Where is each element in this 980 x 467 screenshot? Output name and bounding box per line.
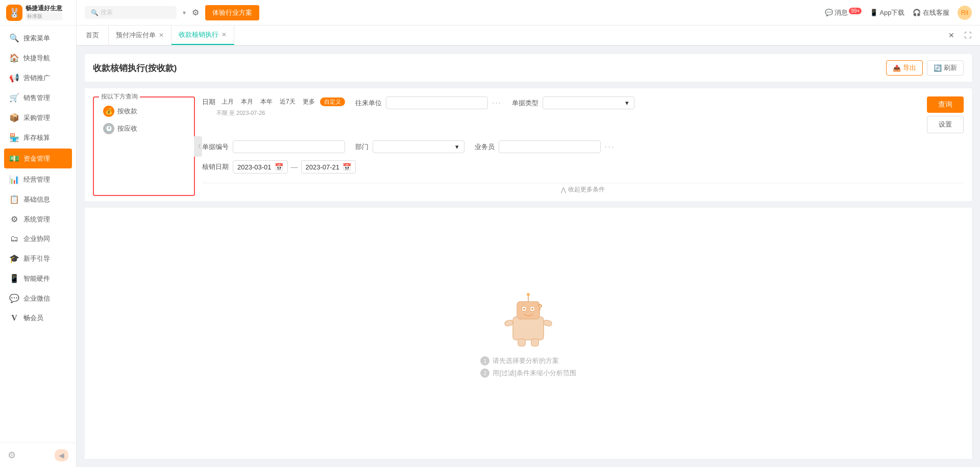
svg-rect-9 — [543, 319, 552, 327]
header-online-service[interactable]: 🎧 在线客服 — [913, 8, 949, 17]
sidebar-label-search: 搜索菜单 — [23, 34, 50, 43]
filter-row-1: 日期 上月 本月 本年 近7天 更多 自定义 不限 至 2023-07-26 — [202, 96, 964, 133]
refresh-button[interactable]: 🔄 刷新 — [927, 60, 964, 76]
calendar-start-icon: 📅 — [275, 163, 283, 171]
sidebar-item-nav[interactable]: 🏠 快捷导航 — [0, 48, 76, 68]
sidebar-item-vip[interactable]: V 畅会员 — [0, 308, 76, 328]
tab-prepay[interactable]: 预付冲应付单 ✕ — [109, 26, 172, 45]
setting-button[interactable]: 设置 — [927, 116, 964, 133]
header-search-placeholder: 搜索 — [101, 8, 113, 17]
partner-label: 往来单位 — [355, 99, 382, 108]
sidebar-item-operation[interactable]: 📊 经营管理 — [0, 169, 76, 189]
date-7days[interactable]: 近7天 — [278, 96, 298, 107]
user-avatar[interactable]: Rit — [958, 6, 972, 20]
industry-solution-button[interactable]: 体验行业方案 — [205, 5, 259, 20]
tab-home[interactable]: 首页 — [77, 26, 109, 45]
verify-date-end-value: 2023-07-21 — [306, 163, 340, 171]
header-gear-icon[interactable]: ⚙ — [192, 8, 199, 17]
partner-more-dots[interactable]: ··· — [492, 99, 502, 108]
content-area: 收款核销执行(按收款) 📤 导出 🔄 刷新 按以下方查询 💰 按收款 — [77, 46, 980, 467]
sidebar-item-sales[interactable]: 🛒 销售管理 — [0, 88, 76, 108]
sidebar-label-basic: 基础信息 — [23, 195, 50, 204]
sidebar-item-collab[interactable]: 🗂 企业协同 — [0, 229, 76, 249]
refresh-icon: 🔄 — [934, 64, 942, 72]
sidebar-item-marketing[interactable]: 📢 营销推广 — [0, 68, 76, 88]
receipt-option-icon: 💰 — [103, 106, 114, 117]
sidebar-item-system[interactable]: ⚙ 系统管理 — [0, 209, 76, 229]
sidebar-item-wechat[interactable]: 💬 企业微信 — [0, 288, 76, 308]
sidebar-item-inventory[interactable]: 🏪 库存核算 — [0, 128, 76, 148]
query-button[interactable]: 查询 — [927, 96, 964, 113]
partner-input[interactable] — [386, 96, 488, 109]
bill-type-select[interactable]: ▾ — [543, 96, 634, 109]
svg-rect-0 — [513, 317, 544, 340]
collab-icon: 🗂 — [9, 234, 19, 243]
empty-state: ? 1 请先选择要分析的方案 2 用[过滤]条件来缩小分析范围 — [85, 208, 972, 459]
header-app-download[interactable]: 📱 App下载 — [870, 8, 904, 17]
sidebar-item-purchase[interactable]: 📦 采购管理 — [0, 108, 76, 128]
date-range-separator: — — [291, 163, 298, 171]
verify-date-range: 2023-03-01 📅 — 2023-07-21 📅 — [233, 160, 356, 174]
svg-rect-10 — [518, 339, 525, 346]
verify-date-start-input[interactable]: 2023-03-01 📅 — [233, 160, 288, 174]
date-this-year[interactable]: 本年 — [258, 96, 275, 107]
filter-verify-date-field: 核销日期 2023-03-01 📅 — 2023-07-21 📅 — [202, 160, 356, 174]
dept-select[interactable]: ▾ — [373, 140, 464, 153]
page-title: 收款核销执行(按收款) — [93, 62, 177, 74]
staff-more-dots[interactable]: ··· — [605, 142, 615, 152]
calendar-end-icon: 📅 — [342, 163, 351, 171]
export-icon: 📤 — [893, 64, 901, 72]
sidebar-item-basic[interactable]: 📋 基础信息 — [0, 189, 76, 209]
filter-staff-field: 业务员 ··· — [475, 140, 615, 153]
top-header: 🔍 搜索 ▾ ⚙ 体验行业方案 💬 消息99+ 📱 App下载 🎧 在线客服 R… — [77, 0, 980, 26]
sidebar-logo: 🐰 畅捷通好生意 标准版 — [0, 0, 76, 26]
tab-close-prepay[interactable]: ✕ — [159, 32, 164, 39]
billno-input[interactable] — [233, 140, 345, 153]
header-dropdown-chevron[interactable]: ▾ — [183, 9, 186, 16]
date-this-month[interactable]: 本月 — [239, 96, 255, 107]
action-buttons: 查询 设置 — [927, 96, 964, 133]
export-button[interactable]: 📤 导出 — [886, 60, 923, 76]
tab-close-all[interactable]: ✕ — [944, 28, 959, 42]
verify-date-start-value: 2023-03-01 — [237, 163, 272, 171]
sidebar-item-finance[interactable]: 💵 资金管理 — [4, 149, 72, 168]
date-custom-badge[interactable]: 自定义 — [320, 97, 345, 106]
staff-input[interactable] — [499, 140, 601, 153]
verify-date-end-input[interactable]: 2023-07-21 📅 — [301, 160, 356, 174]
sidebar-label-vip: 畅会员 — [23, 313, 43, 323]
collapse-icon: ⋀ — [561, 186, 566, 193]
filter-option-by-receivable[interactable]: 🕐 按应收 — [99, 120, 189, 137]
sidebar-label-purchase: 采购管理 — [23, 113, 50, 122]
empty-tips: 1 请先选择要分析的方案 2 用[过滤]条件来缩小分析范围 — [480, 356, 576, 378]
sidebar-settings-icon[interactable]: ⚙ — [8, 450, 16, 461]
date-last-month[interactable]: 上月 — [219, 96, 236, 107]
sidebar-menu: 🔍 搜索菜单 🏠 快捷导航 📢 营销推广 🛒 销售管理 📦 采购管理 🏪 库存核… — [0, 26, 76, 443]
date-label: 日期 — [202, 97, 215, 107]
filter-left-collapse[interactable]: 《 — [194, 136, 202, 157]
brand-badge: 标准版 — [26, 12, 62, 20]
date-row: 日期 上月 本月 本年 近7天 更多 自定义 — [202, 96, 345, 107]
tip-num-2: 2 — [480, 368, 489, 378]
sidebar-item-guide[interactable]: 🎓 新手引导 — [0, 249, 76, 268]
brand-name: 畅捷通好生意 — [26, 5, 62, 13]
staff-label: 业务员 — [475, 142, 495, 152]
sidebar-item-hardware[interactable]: 📱 智能硬件 — [0, 268, 76, 288]
svg-point-7 — [527, 293, 530, 296]
operation-icon: 📊 — [9, 175, 19, 184]
tab-close-verify[interactable]: ✕ — [222, 31, 227, 38]
tab-expand[interactable]: ⛶ — [961, 28, 975, 42]
guide-icon: 🎓 — [9, 254, 19, 263]
verify-date-label: 核销日期 — [202, 162, 229, 171]
date-more[interactable]: 更多 — [301, 96, 317, 107]
dept-chevron: ▾ — [455, 143, 459, 151]
sidebar-item-search[interactable]: 🔍 搜索菜单 — [0, 28, 76, 48]
wechat-icon: 💬 — [9, 293, 19, 303]
filter-option-by-receipt[interactable]: 💰 按收款 — [99, 103, 189, 120]
tab-verify[interactable]: 收款核销执行 ✕ — [172, 26, 234, 45]
sales-icon: 🛒 — [9, 93, 19, 103]
sidebar-collapse-icon[interactable]: ◀ — [55, 449, 68, 461]
page-actions: 📤 导出 🔄 刷新 — [886, 60, 964, 76]
header-message[interactable]: 💬 消息99+ — [825, 8, 862, 17]
collapse-more-conditions[interactable]: ⋀ 收起更多条件 — [202, 183, 964, 196]
header-search-box[interactable]: 🔍 搜索 — [85, 6, 177, 19]
